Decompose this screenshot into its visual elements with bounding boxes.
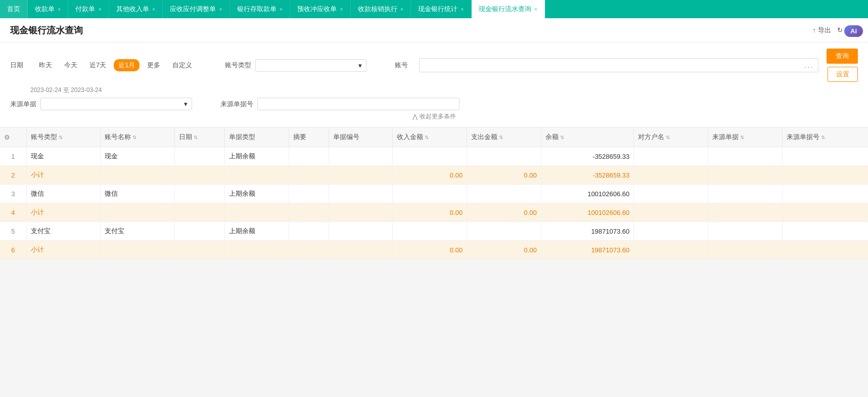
sort-icon-source_doc_no[interactable]: ⇅ <box>821 135 825 140</box>
sort-icon-expense[interactable]: ⇅ <box>499 135 503 140</box>
nav-item-other-income[interactable]: 其他收入单× <box>109 0 163 18</box>
cell-date <box>175 241 225 259</box>
col-header-expense: 支出金额⇅ <box>467 127 541 147</box>
cell-num: 2 <box>0 166 26 185</box>
nav-close-cash-bank-stat[interactable]: × <box>461 6 464 12</box>
cell-expense: 0.00 <box>467 166 541 185</box>
date-btn-昨天[interactable]: 昨天 <box>34 59 57 71</box>
cell-date <box>175 147 225 166</box>
cell-summary <box>289 147 329 166</box>
source-doc-select[interactable]: ▾ <box>40 98 192 110</box>
cell-account_type: 小计 <box>26 241 101 259</box>
cell-income: 0.00 <box>393 241 467 259</box>
cell-counterpart <box>634 203 708 222</box>
query-button[interactable]: 查询 <box>827 49 858 64</box>
nav-close-cash-flow-query[interactable]: × <box>534 6 537 12</box>
nav-item-receipt-verify[interactable]: 收款核销执行× <box>351 0 411 18</box>
cell-balance: 100102606.60 <box>541 185 634 203</box>
cell-source_doc <box>708 241 783 259</box>
nav-item-payment[interactable]: 付款单× <box>68 0 109 18</box>
sort-icon-account_name[interactable]: ⇅ <box>132 135 136 140</box>
cell-source_doc <box>708 147 783 166</box>
col-label-source_doc_no: 来源单据号 <box>787 133 819 141</box>
table-body: 1现金现金上期余额-3528659.332小计0.000.00-3528659.… <box>0 147 868 259</box>
cell-source_doc <box>708 166 783 185</box>
cell-income: 0.00 <box>393 203 467 222</box>
nav-item-ar-ap-adjust[interactable]: 应收应付调整单× <box>163 0 230 18</box>
nav-item-home[interactable]: 首页 <box>0 0 28 18</box>
setting-button[interactable]: 设置 <box>828 67 858 82</box>
date-btn-近1月[interactable]: 近1月 <box>114 59 140 71</box>
nav-item-cash-flow-query[interactable]: 现金银行流水查询× <box>472 0 545 18</box>
table-settings-icon[interactable]: ⚙ <box>4 134 10 141</box>
account-more-dots[interactable]: ... <box>804 61 814 70</box>
cell-account_name: 支付宝 <box>101 222 175 241</box>
cell-counterpart <box>634 222 708 241</box>
ai-badge[interactable]: Ai <box>844 25 863 37</box>
sort-icon-account_type[interactable]: ⇅ <box>59 135 63 140</box>
account-type-select[interactable]: ▾ <box>255 59 367 72</box>
page-header: 现金银行流水查询 ↑ 导出 ↻ 刷新 <box>0 18 868 42</box>
date-btn-更多[interactable]: 更多 <box>143 59 165 71</box>
nav-close-advance-offset[interactable]: × <box>340 6 343 12</box>
sort-icon-counterpart[interactable]: ⇅ <box>666 135 670 140</box>
col-header-doc_type: 单据类型 <box>225 127 289 147</box>
cell-doc_type: 上期余额 <box>225 222 289 241</box>
nav-item-receipt[interactable]: 收款单× <box>28 0 68 18</box>
col-header-settings[interactable]: ⚙ <box>0 127 26 147</box>
col-label-counterpart: 对方户名 <box>638 133 664 141</box>
nav-close-bank-deposit[interactable]: × <box>280 6 283 12</box>
col-header-doc_no: 单据编号 <box>329 127 393 147</box>
nav-close-receipt-verify[interactable]: × <box>400 6 403 12</box>
date-btn-今天[interactable]: 今天 <box>60 59 82 71</box>
refresh-icon: ↻ <box>837 26 843 34</box>
nav-item-cash-bank-stat[interactable]: 现金银行统计× <box>411 0 471 18</box>
nav-close-receipt[interactable]: × <box>58 6 61 12</box>
date-btn-近7天[interactable]: 近7天 <box>85 59 111 71</box>
source-doc-no-input[interactable] <box>257 98 460 110</box>
cell-summary <box>289 166 329 185</box>
sort-icon-date[interactable]: ⇅ <box>194 135 198 140</box>
cell-counterpart <box>634 147 708 166</box>
cell-account_type: 小计 <box>26 166 101 185</box>
table-row: 1现金现金上期余额-3528659.33 <box>0 147 868 166</box>
cell-balance: 19871073.60 <box>541 241 634 259</box>
account-label: 账号 <box>395 61 415 70</box>
nav-close-payment[interactable]: × <box>98 6 101 12</box>
cell-source_doc <box>708 203 783 222</box>
cell-account_name <box>101 203 175 222</box>
col-header-source_doc_no: 来源单据号⇅ <box>782 127 868 147</box>
col-label-summary: 摘要 <box>293 133 306 141</box>
table-header: ⚙账号类型⇅账号名称⇅日期⇅单据类型摘要单据编号收入金额⇅支出金额⇅余额⇅对方户… <box>0 127 868 147</box>
sort-icon-source_doc[interactable]: ⇅ <box>740 135 744 140</box>
cell-doc_no <box>329 166 393 185</box>
cell-summary <box>289 222 329 241</box>
nav-close-ar-ap-adjust[interactable]: × <box>219 6 222 12</box>
col-header-account_type: 账号类型⇅ <box>26 127 101 147</box>
sort-icon-balance[interactable]: ⇅ <box>560 135 564 140</box>
cell-date <box>175 222 225 241</box>
cell-balance: -3528659.33 <box>541 147 634 166</box>
sort-icon-income[interactable]: ⇅ <box>425 135 429 140</box>
source-doc-filter-section: 来源单据 ▾ <box>10 98 192 110</box>
cell-date <box>175 185 225 203</box>
cell-num: 3 <box>0 185 26 203</box>
account-type-filter-section: 账号类型 ▾ <box>225 59 367 72</box>
cell-doc_no <box>329 222 393 241</box>
account-input-wrapper: ... <box>419 58 818 72</box>
cell-source_doc_no <box>782 166 868 185</box>
collapse-bar[interactable]: ⋀ 收起更多条件 <box>10 110 858 122</box>
nav-close-other-income[interactable]: × <box>152 6 155 12</box>
export-button[interactable]: ↑ 导出 <box>813 26 832 35</box>
date-btn-自定义[interactable]: 自定义 <box>168 59 197 71</box>
cell-source_doc_no <box>782 222 868 241</box>
page-title: 现金银行流水查询 <box>10 24 83 36</box>
cell-account_name <box>101 241 175 259</box>
nav-item-bank-deposit[interactable]: 银行存取款单× <box>230 0 290 18</box>
cell-doc_no <box>329 147 393 166</box>
col-label-balance: 余额 <box>545 133 559 141</box>
nav-item-advance-offset[interactable]: 预收冲应收单× <box>290 0 350 18</box>
col-label-expense: 支出金额 <box>471 133 497 141</box>
filter-row-1: 日期 昨天今天近7天近1月更多自定义 账号类型 ▾ 账号 ... 查询 设置 <box>10 49 858 82</box>
col-header-balance: 余额⇅ <box>541 127 634 147</box>
